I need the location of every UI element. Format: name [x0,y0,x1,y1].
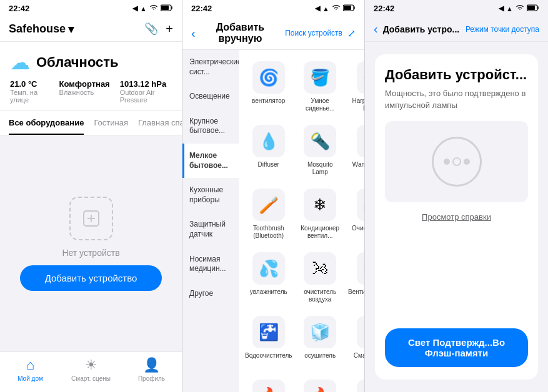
lamp-dot-left [444,159,450,165]
access-point-mode[interactable]: Режим точки доступа [466,25,539,34]
category-sensor[interactable]: Защитный датчик [182,212,239,247]
category-electrical[interactable]: Электрические сист... [182,50,239,84]
signal-icon-2: ▲ [322,5,329,12]
back-button-2[interactable]: ‹ [191,26,196,41]
device-water-purifier[interactable]: 🚰 Водоочиститель [242,311,294,372]
wizard-illustration [385,121,528,202]
device-warming-table-icon: ♨ [357,125,364,157]
home-title: Safehouse [9,22,66,36]
device-smart-lamp[interactable]: 💡 Смарт-лампа дл... [346,311,364,372]
scenes-nav-label: Смарт. сцены [71,375,111,382]
device-ac-vent-icon: ❄ [304,189,336,221]
profile-nav-icon: 👤 [143,357,160,373]
device-smart-seat-icon: 🪣 [304,61,336,94]
device-smart-seat-name: Умное сиденье... [299,97,341,112]
add-icon[interactable]: + [166,22,173,36]
device-fan[interactable]: 🌀 вентилятор [242,56,294,117]
device-vacuum-icon: 🤖 [357,189,364,221]
signal-icon-3: ▲ [506,5,513,12]
device-ac-vent[interactable]: ❄ Кондиционер вентил... [297,184,343,245]
device-smart-lamp-icon: 💡 [357,316,364,348]
wifi-icon-3 [516,5,524,12]
wizard-title: Добавить устро... [383,24,461,34]
add-device-title: Добавить вручную [201,22,280,44]
device-smart-seat[interactable]: 🪣 Умное сиденье... [297,56,343,117]
category-kitchen[interactable]: Кухонные приборы [182,178,239,212]
help-text[interactable]: Просмотр справки [385,212,528,222]
pressure-stat: 1013.12 hPa Outdoor Air Pressure [120,79,172,104]
device-mosquito-lamp[interactable]: 🔦 Mosquito Lamp [297,120,343,181]
no-devices-text: Нет устройств [62,248,119,258]
add-device-button[interactable]: Добавить устройство [20,265,162,291]
device-ac-vent-name: Кондиционер вентил... [299,225,341,240]
no-devices-section: Нет устройств Добавить устройство [0,136,182,351]
search-label[interactable]: Поиск устройств [285,29,342,37]
device-air-purifier[interactable]: 🌬 очиститель воздуха [297,247,343,308]
expand-icon[interactable]: ⤢ [347,27,356,39]
location-icon: ◀ [132,4,137,12]
home-title-group[interactable]: Safehouse ▾ [9,22,74,36]
device-heater-bath-name: Нагреватель в Ванн... [348,97,364,112]
status-bar-3: 22:42 ◀ ▲ [365,0,548,17]
pressure-label: Outdoor Air Pressure [120,89,155,104]
device-fan-name: вентилятор [252,97,285,105]
home-nav-icon: ⌂ [26,357,34,373]
back-button-3[interactable]: ‹ [374,22,378,36]
cloud-icon: ☁ [10,51,30,74]
clip-icon[interactable]: 📎 [144,22,158,36]
tab-living-room[interactable]: Гостиная [94,112,128,135]
device-heater[interactable]: 🔥 Обогреватели [242,375,294,392]
wizard-header: ‹ Добавить устро... Режим точки доступа [365,17,548,42]
humidity-label: Влажность [59,89,94,96]
signal-icon: ▲ [140,5,147,12]
wifi-icon [149,5,158,12]
battery-icon-3 [527,4,539,12]
panel-home: 22:42 ◀ ▲ Safehouse ▾ 📎 + ☁ Облачность [0,0,182,392]
category-small-appliance[interactable]: Мелкое бытовое... [182,144,239,178]
device-humidifier[interactable]: 💦 увлажнитель [242,247,294,308]
status-bar-2: 22:42 ◀ ▲ [182,0,364,17]
svg-rect-8 [527,6,535,10]
wizard-card-title: Добавить устройст... [385,67,528,83]
device-heater-bath-icon: 🔆 [357,61,364,94]
device-air-purifier-icon: 🌬 [304,252,336,285]
nav-profile[interactable]: 👤 Профиль [121,357,182,382]
home-header: Safehouse ▾ 📎 + [0,17,182,42]
time-3: 22:42 [374,4,394,13]
category-other[interactable]: Другое [182,282,239,306]
device-humidifier-icon: 💦 [252,252,285,285]
lamp-center [452,157,461,166]
weather-section: ☁ Облачность 21.0 °C Темп. на улице Комф… [0,42,182,110]
category-large-appliance[interactable]: Крупное бытовое... [182,109,239,144]
category-medical[interactable]: Носимая медицин... [182,247,239,282]
device-heater-bt[interactable]: 🔥 Обогреватели (Bluetooth) [297,375,343,392]
spacer [385,232,528,328]
device-warming-table[interactable]: ♨ Warming Table [346,120,364,181]
device-mosquito-lamp-icon: 🔦 [304,125,336,157]
panel-add-device: 22:42 ◀ ▲ ‹ Добавить вручную Поиск устро… [182,0,365,392]
pressure-value: 1013.12 hPa [120,79,172,89]
device-toothbrush-icon: 🪥 [252,189,285,221]
device-vacuum[interactable]: 🤖 Очистка робот [346,184,364,245]
room-tabs: Все оборудование Гостиная Главная спа...… [0,110,182,136]
device-heater-bath[interactable]: 🔆 Нагреватель в Ванн... [346,56,364,117]
device-youting[interactable]: 📻 Youting [346,375,364,392]
tab-all-devices[interactable]: Все оборудование [9,112,84,135]
panel-wizard: 22:42 ◀ ▲ ‹ Добавить устро... Режим точк… [365,0,548,392]
time-1: 22:42 [9,4,29,13]
device-dehumidifier[interactable]: 🧊 осушитель [297,311,343,372]
device-diffuser-name: Diffuser [258,161,279,169]
nav-scenes[interactable]: ☀ Смарт. сцены [61,357,121,382]
device-toothbrush[interactable]: 🪥 Toothbrush (Bluetooth) [242,184,294,245]
category-lighting[interactable]: Освещение [182,84,239,109]
nav-home[interactable]: ⌂ Мой дом [0,357,61,382]
temp-stat: 21.0 °C Темп. на улице [10,79,49,104]
device-heater-icon: 🔥 [252,380,285,392]
device-heater-bt-icon: 🔥 [304,380,336,392]
device-diffuser[interactable]: 💧 Diffuser [242,120,294,181]
confirm-button[interactable]: Свет Подтвержд...Во Флэш-памяти [385,328,528,367]
svg-rect-6 [344,6,351,10]
device-vent-block[interactable]: 📟 Вентиляционный бл... [346,247,364,308]
tab-main-room[interactable]: Главная спа... [138,112,182,135]
scenes-nav-icon: ☀ [85,357,97,373]
